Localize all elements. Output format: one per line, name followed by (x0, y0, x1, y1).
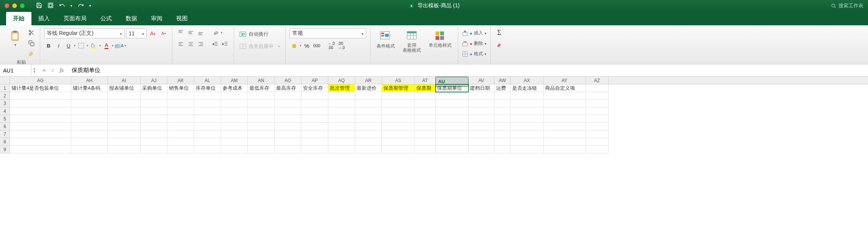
cell-AI5[interactable] (108, 115, 141, 123)
col-header-AH[interactable]: AH (71, 77, 108, 84)
search-sheet[interactable]: 搜索工作表 (831, 2, 863, 9)
cell-AH6[interactable] (71, 123, 108, 130)
cell-AJ2[interactable] (141, 92, 167, 100)
currency-button[interactable] (290, 41, 299, 50)
undo-dropdown-icon[interactable]: ▾ (70, 4, 72, 8)
underline-dropdown[interactable]: ▾ (74, 44, 76, 48)
cell-AK7[interactable] (167, 130, 194, 138)
cell-AJ3[interactable] (141, 100, 167, 107)
cell-AG1[interactable]: 辅计量4是否包装单位 (10, 84, 71, 92)
formula-input[interactable] (69, 67, 868, 74)
row-header-4[interactable]: 4 (0, 107, 10, 115)
row-header-1[interactable]: 1 (0, 84, 10, 92)
border-dropdown[interactable]: ▾ (87, 44, 88, 48)
fx-icon[interactable]: fx (60, 67, 64, 74)
cell-AW9[interactable] (495, 146, 511, 153)
cell-AR2[interactable] (355, 92, 382, 100)
col-header-AI[interactable]: AI (108, 77, 141, 84)
cell-AM2[interactable] (221, 92, 248, 100)
comma-button[interactable]: 000 (312, 41, 321, 50)
cell-AS6[interactable] (382, 123, 415, 130)
cell-AW4[interactable] (495, 107, 511, 115)
row-header-7[interactable]: 7 (0, 130, 10, 138)
cell-AX8[interactable] (511, 138, 544, 146)
cell-AG8[interactable] (10, 138, 71, 146)
cell-AI6[interactable] (108, 123, 141, 130)
col-header-AT[interactable]: AT (415, 77, 436, 84)
cell-AN2[interactable] (248, 92, 275, 100)
cell-AG2[interactable] (10, 92, 71, 100)
cell-AY6[interactable] (544, 123, 586, 130)
number-format-select[interactable]: 常规 (290, 28, 366, 38)
row-header-6[interactable]: 6 (0, 123, 10, 130)
col-header-AX[interactable]: AX (511, 77, 544, 84)
cell-AK4[interactable] (167, 107, 194, 115)
cell-AX6[interactable] (511, 123, 544, 130)
cell-AR7[interactable] (355, 130, 382, 138)
cell-AI7[interactable] (108, 130, 141, 138)
cell-AM7[interactable] (221, 130, 248, 138)
cell-AR1[interactable]: 最新进价 (355, 84, 382, 92)
cell-AT5[interactable] (415, 115, 436, 123)
cell-AW7[interactable] (495, 130, 511, 138)
redo-icon[interactable] (78, 2, 84, 10)
cell-AQ7[interactable] (328, 130, 355, 138)
cell-AO7[interactable] (275, 130, 301, 138)
col-header-AN[interactable]: AN (248, 77, 275, 84)
cell-AU6[interactable] (436, 123, 468, 130)
cell-AG3[interactable] (10, 100, 71, 107)
cell-AI8[interactable] (108, 138, 141, 146)
cut-button[interactable] (27, 28, 36, 37)
cell-AT6[interactable] (415, 123, 436, 130)
cell-AL8[interactable] (194, 138, 221, 146)
insert-cells-button[interactable]: ●插入▾ (462, 30, 486, 36)
cell-AY3[interactable] (544, 100, 586, 107)
delete-cells-button[interactable]: ●删除▾ (462, 40, 486, 47)
zoom-window-button[interactable] (20, 3, 25, 8)
cell-AH3[interactable] (71, 100, 108, 107)
cell-AX3[interactable] (511, 100, 544, 107)
cell-AT1[interactable]: 保质期 (415, 84, 436, 92)
cell-AM9[interactable] (221, 146, 248, 153)
cell-AG6[interactable] (10, 123, 71, 130)
cell-AM8[interactable] (221, 138, 248, 146)
orientation-dropdown[interactable]: ▾ (221, 31, 223, 35)
cell-AO3[interactable] (275, 100, 301, 107)
name-box[interactable] (0, 64, 31, 76)
cell-AI2[interactable] (108, 92, 141, 100)
cell-AU1[interactable]: 保质期单位 (436, 84, 468, 92)
cell-AV8[interactable] (468, 138, 495, 146)
cell-AY7[interactable] (544, 130, 586, 138)
cell-AT3[interactable] (415, 100, 436, 107)
cell-AY5[interactable] (544, 115, 586, 123)
cell-AN9[interactable] (248, 146, 275, 153)
col-header-AG[interactable]: AG (10, 77, 71, 84)
cell-AZ1[interactable] (586, 84, 609, 92)
cell-AS2[interactable] (382, 92, 415, 100)
col-header-AZ[interactable]: AZ (586, 77, 609, 84)
cell-AM3[interactable] (221, 100, 248, 107)
cell-AV1[interactable]: 建档日期 (468, 84, 495, 92)
cell-AX9[interactable] (511, 146, 544, 153)
row-header-5[interactable]: 5 (0, 115, 10, 123)
clear-button[interactable] (495, 41, 504, 49)
qat-customize-icon[interactable]: ▾ (89, 4, 91, 8)
cell-AL3[interactable] (194, 100, 221, 107)
cell-AU9[interactable] (436, 146, 468, 153)
cell-AP7[interactable] (301, 130, 328, 138)
cell-AM5[interactable] (221, 115, 248, 123)
cell-AO6[interactable] (275, 123, 301, 130)
cell-AG9[interactable] (10, 146, 71, 153)
cell-AU3[interactable] (436, 100, 468, 107)
cell-AS4[interactable] (382, 107, 415, 115)
cell-AR3[interactable] (355, 100, 382, 107)
cell-AI3[interactable] (108, 100, 141, 107)
col-header-AS[interactable]: AS (382, 77, 415, 84)
cell-AT9[interactable] (415, 146, 436, 153)
cell-AI4[interactable] (108, 107, 141, 115)
cell-AN4[interactable] (248, 107, 275, 115)
format-cells-button[interactable]: ●格式▾ (462, 51, 486, 57)
font-size-select[interactable]: 11 (126, 28, 147, 38)
cell-AI9[interactable] (108, 146, 141, 153)
align-middle-button[interactable] (186, 28, 195, 37)
